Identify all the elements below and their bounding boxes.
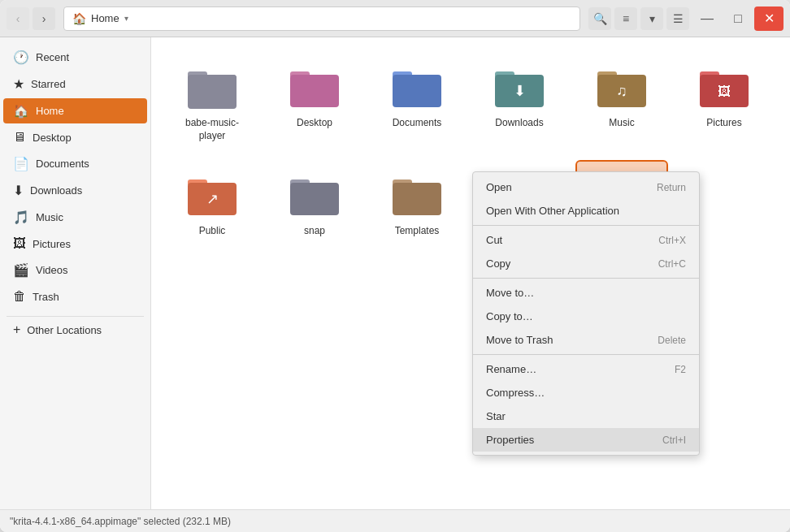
file-item-pictures[interactable]: 🖼 Pictures bbox=[679, 54, 769, 149]
chevron-down-icon: ▾ bbox=[124, 14, 128, 23]
file-name-documents: Documents bbox=[393, 117, 442, 130]
ctx-open-with[interactable]: Open With Other Application bbox=[473, 199, 699, 223]
ctx-cut-label: Cut bbox=[486, 234, 502, 246]
star-icon: ★ bbox=[13, 76, 24, 92]
view-list-button[interactable]: ≡ bbox=[614, 7, 637, 30]
file-item-babe-music-player[interactable]: babe-music-player bbox=[167, 54, 257, 149]
file-name-snap: snap bbox=[304, 225, 325, 238]
sidebar-label-other-locations: Other Locations bbox=[27, 324, 102, 336]
file-item-public[interactable]: ↗ Public bbox=[167, 162, 257, 270]
sidebar-item-recent[interactable]: 🕐 Recent bbox=[3, 45, 147, 70]
music-icon: 🎵 bbox=[13, 210, 29, 225]
sidebar-item-other-locations[interactable]: + Other Locations bbox=[3, 318, 147, 342]
ctx-cut[interactable]: Cut Ctrl+X bbox=[473, 228, 699, 252]
location-bar[interactable]: 🏠 Home ▾ bbox=[63, 6, 580, 31]
file-item-music[interactable]: ♫ Music bbox=[577, 54, 666, 149]
sidebar-label-pictures: Pictures bbox=[33, 238, 71, 250]
forward-button[interactable]: › bbox=[33, 7, 55, 30]
file-item-snap[interactable]: snap bbox=[270, 162, 359, 270]
file-area: babe-music-player Desktop bbox=[151, 37, 790, 509]
plus-icon: + bbox=[13, 322, 20, 337]
ctx-open[interactable]: Open Return bbox=[473, 175, 699, 199]
svg-text:↗: ↗ bbox=[206, 191, 219, 207]
back-button[interactable]: ‹ bbox=[7, 7, 29, 30]
svg-rect-2 bbox=[188, 75, 237, 107]
minimize-icon: — bbox=[701, 11, 714, 26]
ctx-separator-3 bbox=[473, 354, 699, 355]
sidebar-label-starred: Starred bbox=[31, 78, 66, 90]
sidebar-item-starred[interactable]: ★ Starred bbox=[3, 71, 147, 97]
folder-icon-pictures: 🖼 bbox=[698, 60, 750, 112]
ctx-separator-1 bbox=[473, 225, 699, 226]
svg-text:♫: ♫ bbox=[616, 83, 627, 99]
ctx-copy-label: Copy bbox=[486, 257, 510, 270]
file-name-babe-music-player: babe-music-player bbox=[174, 117, 250, 142]
list-view-icon: ≡ bbox=[623, 12, 629, 25]
ctx-compress[interactable]: Compress… bbox=[473, 381, 699, 404]
minimize-button[interactable]: — bbox=[692, 6, 722, 31]
file-item-templates[interactable]: Templates bbox=[372, 162, 462, 270]
titlebar: ‹ › 🏠 Home ▾ 🔍 ≡ ▾ ☰ — bbox=[0, 0, 790, 37]
folder-icon-downloads: ⬇ bbox=[493, 60, 545, 112]
file-item-documents[interactable]: Documents bbox=[372, 54, 462, 149]
ctx-move-to[interactable]: Move to… bbox=[473, 281, 699, 305]
home-sidebar-icon: 🏠 bbox=[13, 103, 29, 119]
sidebar-item-documents[interactable]: 📄 Documents bbox=[3, 151, 147, 176]
file-name-downloads: Downloads bbox=[495, 117, 543, 130]
statusbar: "krita-4.4.1-x86_64.appimage" selected (… bbox=[0, 509, 790, 532]
svg-rect-22 bbox=[393, 183, 441, 215]
ctx-properties-label: Properties bbox=[486, 434, 534, 446]
sidebar-item-home[interactable]: 🏠 Home bbox=[3, 98, 147, 123]
ctx-rename-shortcut: F2 bbox=[675, 364, 686, 375]
ctx-properties-shortcut: Ctrl+I bbox=[662, 435, 686, 446]
search-icon: 🔍 bbox=[593, 12, 607, 25]
sidebar-item-music[interactable]: 🎵 Music bbox=[3, 205, 147, 230]
svg-rect-20 bbox=[290, 183, 339, 215]
menu-button[interactable]: ☰ bbox=[666, 7, 689, 30]
close-button[interactable]: ✕ bbox=[754, 6, 783, 31]
ctx-open-with-label: Open With Other Application bbox=[486, 205, 619, 217]
ctx-star-label: Star bbox=[486, 410, 506, 422]
folder-icon-public: ↗ bbox=[186, 168, 238, 220]
sidebar-item-desktop[interactable]: 🖥 Desktop bbox=[3, 125, 147, 149]
ctx-properties[interactable]: Properties Ctrl+I bbox=[473, 428, 699, 452]
file-name-templates: Templates bbox=[395, 225, 440, 238]
close-icon: ✕ bbox=[764, 11, 775, 26]
sidebar-item-trash[interactable]: 🗑 Trash bbox=[3, 284, 147, 309]
svg-rect-4 bbox=[290, 75, 339, 107]
chevron-down-icon: ▾ bbox=[649, 12, 655, 25]
folder-icon-music: ♫ bbox=[596, 60, 648, 112]
sidebar: 🕐 Recent ★ Starred 🏠 Home 🖥 Desktop 📄 Do… bbox=[0, 37, 151, 509]
main-area: 🕐 Recent ★ Starred 🏠 Home 🖥 Desktop 📄 Do… bbox=[0, 37, 790, 509]
ctx-move-to-trash-shortcut: Delete bbox=[658, 335, 686, 346]
home-icon: 🏠 bbox=[72, 12, 86, 25]
videos-icon: 🎬 bbox=[13, 262, 29, 278]
forward-icon: › bbox=[42, 12, 46, 25]
file-item-downloads[interactable]: ⬇ Downloads bbox=[475, 54, 564, 149]
file-name-desktop: Desktop bbox=[297, 117, 332, 130]
location-text: Home bbox=[91, 12, 119, 24]
svg-text:⬇: ⬇ bbox=[514, 83, 526, 99]
statusbar-text: "krita-4.4.1-x86_64.appimage" selected (… bbox=[10, 516, 231, 527]
ctx-copy-to[interactable]: Copy to… bbox=[473, 305, 699, 328]
sidebar-item-pictures[interactable]: 🖼 Pictures bbox=[3, 231, 147, 256]
svg-rect-6 bbox=[393, 75, 441, 107]
maximize-button[interactable]: □ bbox=[723, 6, 753, 31]
ctx-rename-label: Rename… bbox=[486, 363, 536, 375]
file-manager-window: ‹ › 🏠 Home ▾ 🔍 ≡ ▾ ☰ — bbox=[0, 0, 790, 532]
ctx-cut-shortcut: Ctrl+X bbox=[658, 235, 686, 246]
sidebar-item-videos[interactable]: 🎬 Videos bbox=[3, 257, 147, 283]
ctx-copy[interactable]: Copy Ctrl+C bbox=[473, 252, 699, 275]
ctx-compress-label: Compress… bbox=[486, 387, 545, 399]
ctx-rename[interactable]: Rename… F2 bbox=[473, 357, 699, 381]
desktop-icon: 🖥 bbox=[13, 130, 26, 145]
sidebar-item-downloads[interactable]: ⬇ Downloads bbox=[3, 178, 147, 203]
window-controls: — □ ✕ bbox=[692, 6, 783, 31]
search-button[interactable]: 🔍 bbox=[588, 7, 611, 30]
view-options-button[interactable]: ▾ bbox=[640, 7, 663, 30]
folder-icon-snap bbox=[289, 168, 341, 220]
sidebar-label-music: Music bbox=[36, 211, 63, 223]
ctx-star[interactable]: Star bbox=[473, 404, 699, 428]
ctx-move-to-trash[interactable]: Move to Trash Delete bbox=[473, 328, 699, 352]
file-item-desktop[interactable]: Desktop bbox=[270, 54, 359, 149]
